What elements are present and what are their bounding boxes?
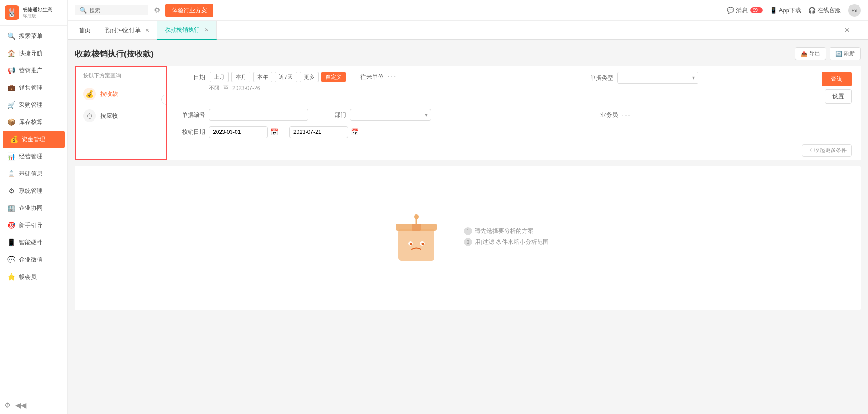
page-title-actions: 📤 导出 🔄 刷新 (795, 47, 861, 60)
export-button[interactable]: 📤 导出 (795, 47, 826, 60)
settings-button[interactable]: 设置 (825, 89, 852, 104)
filter-salesperson-field: 业务员 ··· (591, 110, 852, 120)
finance-icon: 💰 (10, 135, 18, 143)
date-btn-custom[interactable]: 自定义 (321, 72, 346, 82)
app-download-button[interactable]: 📱 App下载 (770, 6, 801, 14)
sidebar-label-purchase: 采购管理 (19, 101, 42, 109)
date-btn-last-month[interactable]: 上月 (210, 72, 229, 82)
sidebar-label-marketing: 营销推广 (19, 67, 42, 75)
department-select[interactable] (350, 109, 431, 121)
sidebar-label-inventory: 库存核算 (19, 118, 42, 126)
solution-button[interactable]: 体验行业方案 (165, 4, 213, 17)
refresh-button[interactable]: 🔄 刷新 (830, 47, 861, 60)
empty-hint-2-text: 用[过滤]条件来缩小分析范围 (475, 238, 548, 246)
sidebar-label-hardware: 智能硬件 (19, 238, 42, 247)
verify-date-end-input[interactable] (289, 126, 348, 138)
sidebar-item-basic[interactable]: 📋 基础信息 (0, 165, 67, 182)
empty-hints: 1 请先选择要分析的方案 2 用[过滤]条件来缩小分析范围 (464, 227, 548, 249)
date-btn-more[interactable]: 更多 (300, 72, 319, 82)
counterparty-dots[interactable]: ··· (387, 72, 397, 81)
tab-close-all-icon[interactable]: ✕ (844, 26, 850, 34)
sidebar-item-finance[interactable]: 💰 资金管理 (3, 131, 65, 148)
doc-type-label: 单据类型 (586, 74, 613, 82)
header-search-icon: 🔍 (80, 7, 87, 14)
collapse-sidebar-icon[interactable]: ◀◀ (15, 401, 26, 409)
filter-counterparty-field: 往来单位 ··· (357, 72, 576, 81)
header-search-input[interactable] (90, 7, 144, 14)
tab-receive-close[interactable]: ✕ (204, 27, 209, 33)
filter-sidebar-title: 按以下方案查询 (76, 72, 166, 83)
sidebar-item-system[interactable]: ⚙ 系统管理 (0, 182, 67, 200)
tab-home[interactable]: 首页 (71, 21, 98, 40)
sidebar-item-quick-nav[interactable]: 🏠 快捷导航 (0, 45, 67, 62)
sidebar-bottom: ⚙ ◀◀ (0, 396, 67, 414)
business-icon: 📊 (7, 152, 15, 161)
filter-option-by-receivable[interactable]: ⏱ 按应收 (76, 105, 166, 127)
header-search-box[interactable]: 🔍 (75, 5, 148, 15)
sidebar-label-enterprise: 企业协同 (19, 204, 42, 212)
sidebar-item-member[interactable]: ⭐ 畅会员 (0, 268, 67, 286)
date-btn-7days[interactable]: 近7天 (275, 72, 297, 82)
sidebar: 🐰 畅捷通好生意 标准版 🔍 搜索菜单 🏠 快捷导航 📢 营销推广 💼 销售管理… (0, 0, 68, 414)
user-avatar[interactable]: Rit (848, 4, 861, 17)
sidebar-item-wechat[interactable]: 💬 企业微信 (0, 251, 67, 268)
sidebar-item-enterprise[interactable]: 🏢 企业协同 (0, 200, 67, 217)
query-button[interactable]: 查询 (822, 72, 852, 86)
verify-date-label: 核销日期 (178, 128, 205, 136)
online-service-button[interactable]: 🎧 在线客服 (808, 6, 841, 14)
verify-date-start-calendar-icon[interactable]: 📅 (270, 128, 278, 136)
verify-date-end-calendar-icon[interactable]: 📅 (351, 128, 359, 136)
sidebar-item-business[interactable]: 📊 经营管理 (0, 148, 67, 165)
salesperson-dots[interactable]: ··· (622, 110, 631, 120)
settings-bottom-icon[interactable]: ⚙ (5, 401, 11, 409)
svg-point-8 (414, 214, 419, 219)
date-btn-this-year[interactable]: 本年 (253, 72, 272, 82)
sidebar-item-hardware[interactable]: 📱 智能硬件 (0, 234, 67, 251)
tab-home-label: 首页 (79, 26, 90, 34)
main-area: 🔍 ⚙ 体验行业方案 💬 消息 99+ 📱 App下载 🎧 在线客服 Rit (68, 0, 868, 414)
tab-receive[interactable]: 收款核销执行 ✕ (157, 21, 217, 40)
date-range-display: 不限 至 2023-07-26 (209, 84, 346, 92)
hardware-icon: 📱 (7, 238, 15, 247)
empty-state-content: 1 请先选择要分析的方案 2 用[过滤]条件来缩小分析范围 (387, 211, 548, 265)
app-logo: 🐰 畅捷通好生意 标准版 (0, 0, 67, 26)
verify-date-start-input[interactable] (209, 126, 268, 138)
department-select-wrapper (350, 109, 431, 121)
empty-hint-2: 2 用[过滤]条件来缩小分析范围 (464, 238, 548, 246)
salesperson-label: 业务员 (591, 111, 618, 119)
sidebar-label-quick-nav: 快捷导航 (19, 49, 42, 57)
filter-row-1: 日期 上月 本月 本年 近7天 更多 自定义 不限 (178, 72, 852, 104)
tab-prepay-close[interactable]: ✕ (145, 27, 150, 33)
page-title: 收款核销执行(按收款) (75, 48, 154, 59)
filter-row-2: 单据编号 部门 业务员 ··· (178, 109, 852, 121)
query-btn-col: 查询 设置 (816, 72, 852, 104)
sidebar-label-search-menu: 搜索菜单 (19, 32, 42, 40)
date-shortcuts: 上月 本月 本年 近7天 更多 自定义 (210, 72, 346, 82)
sidebar-item-search-menu[interactable]: 🔍 搜索菜单 (0, 28, 67, 45)
sidebar-item-inventory[interactable]: 📦 库存核算 (0, 114, 67, 131)
wechat-icon: 💬 (7, 256, 15, 264)
marketing-icon: 📢 (7, 67, 15, 75)
guide-icon: 🎯 (7, 221, 15, 229)
filter-option-by-receipt[interactable]: 💰 按收款 (76, 83, 166, 105)
tab-prepay[interactable]: 预付冲应付单 ✕ (98, 21, 157, 40)
date-btn-this-month[interactable]: 本月 (231, 72, 250, 82)
empty-state: 1 请先选择要分析的方案 2 用[过滤]条件来缩小分析范围 (387, 184, 548, 292)
doc-type-select[interactable] (617, 72, 698, 84)
sidebar-item-purchase[interactable]: 🛒 采购管理 (0, 96, 67, 114)
date-label: 日期 (178, 73, 205, 81)
sidebar-item-guide[interactable]: 🎯 新手引导 (0, 217, 67, 234)
sidebar-item-sales[interactable]: 💼 销售管理 (0, 79, 67, 96)
empty-hint-1: 1 请先选择要分析的方案 (464, 227, 548, 235)
svg-rect-2 (412, 224, 421, 231)
header-gear-icon[interactable]: ⚙ (154, 6, 160, 14)
doc-number-input[interactable] (209, 109, 308, 121)
filter-doctype-field: 单据类型 (586, 72, 806, 84)
collapse-more-button[interactable]: 《 收起更多条件 (802, 144, 852, 157)
content-area: 1 请先选择要分析的方案 2 用[过滤]条件来缩小分析范围 (75, 166, 861, 310)
app-download-label: App下载 (779, 6, 801, 14)
tab-expand-icon[interactable]: ⛶ (854, 26, 861, 34)
sidebar-item-marketing[interactable]: 📢 营销推广 (0, 62, 67, 79)
messages-button[interactable]: 💬 消息 99+ (727, 6, 763, 14)
filter-row-3: 核销日期 📅 — 📅 (178, 126, 852, 138)
